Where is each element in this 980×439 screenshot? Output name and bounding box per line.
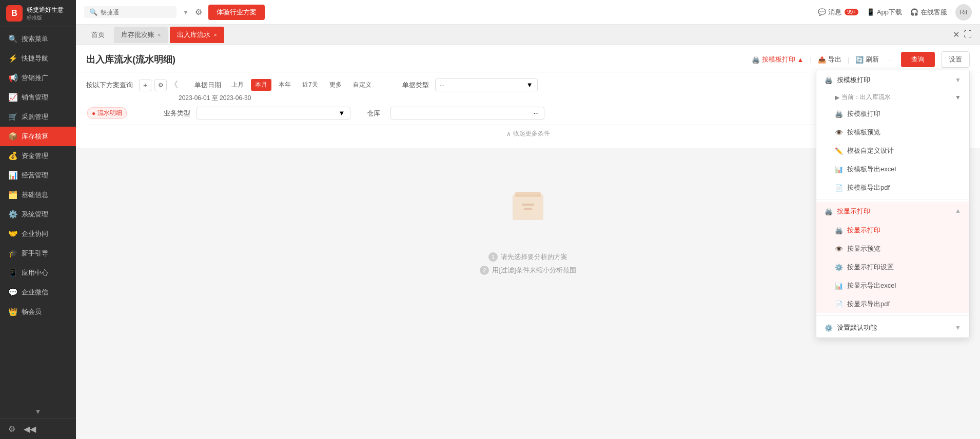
default-func-icon: ⚙️ [825,324,833,332]
voucher-type-select[interactable]: ··· ▼ [435,78,538,91]
printer-display-item-icon: 🖨️ [835,227,843,234]
display-print-settings-item[interactable]: ⚙️ 按显示打印设置 [816,258,969,276]
display-print-header[interactable]: 🖨️ 按显示打印 ▼ [816,202,969,221]
template-print-section: 🖨️ 按模板打印 ▼ ▶ 当前：出入库流水 ▼ 🖨️ 按模板打印 👁️ 按模板预 [816,70,969,197]
tab-batch-ledger[interactable]: 库存批次账 × [114,27,168,43]
sidebar-item-search[interactable]: 🔍 搜索菜单 [0,29,76,49]
topbar-settings-icon[interactable]: ⚙ [195,7,202,17]
default-func-chevron: ▼ [955,324,961,331]
svg-rect-1 [515,192,541,197]
filter-collapse-btn[interactable]: 《 [170,79,178,90]
sidebar-bottom: ⚙ ◀◀ [0,418,76,439]
excel-display-icon: 📊 [835,282,843,290]
default-function-section[interactable]: ⚙️ 设置默认功能 ▼ [816,318,969,337]
cog-icon: ⚙️ [8,210,17,219]
search-input[interactable] [101,9,162,16]
export-btn[interactable]: 📤 导出 [818,55,841,64]
pdf-display-icon: 📄 [835,301,843,308]
chevron-up-icon-collapse: ∧ [506,130,511,137]
warehouse-select[interactable]: ··· [390,107,544,119]
print-dropdown-panel: 🖨️ 按模板打印 ▼ ▶ 当前：出入库流水 ▼ 🖨️ 按模板打印 👁️ 按模板预 [816,70,970,338]
tab-expand-icon[interactable]: ⛶ [964,30,972,39]
refresh-btn[interactable]: 🔄 刷新 [855,55,879,64]
display-section-chevron: ▼ [955,208,961,215]
printer-item-icon: 🖨️ [835,110,843,118]
topbar-search-box[interactable]: 🔍 [84,6,177,18]
query-btn[interactable]: 查询 [901,52,935,67]
svg-point-2 [520,199,536,215]
sidebar-item-app-center[interactable]: 📱 应用中心 [0,263,76,283]
template-print-header[interactable]: 🖨️ 按模板打印 ▼ [816,70,969,90]
display-print-item[interactable]: 🖨️ 按显示打印 [816,221,969,240]
app-download-btn[interactable]: 📱 App下载 [867,8,902,17]
settings-icon[interactable]: ⚙ [8,424,15,434]
display-preview-item[interactable]: 👁️ 按显示预览 [816,240,969,258]
filter-quick-actions: + ⚙ 《 [139,79,178,91]
date-btn-this-month[interactable]: 本月 [251,79,271,91]
dropdown-current-label: ▶ 当前：出入库流水 ▼ [816,90,969,105]
money-icon: 💰 [8,151,17,161]
user-avatar[interactable]: Rit [955,4,972,21]
sidebar-item-sales[interactable]: 📈 销售管理 [0,88,76,107]
page-title: 出入库流水(流水明细) [86,53,175,66]
sidebar-item-wechat[interactable]: 💬 企业微信 [0,283,76,302]
print-template-btn[interactable]: 🖨️ 按模板打印 ▲ [752,55,804,64]
display-export-excel-item[interactable]: 📊 按显示导出excel [816,276,969,295]
tab-close-flow[interactable]: × [213,32,217,38]
dropdown-divider-2 [816,315,969,316]
sidebar-scroll-down[interactable]: ▼ [0,405,76,418]
page-header-actions: 🖨️ 按模板打印 ▲ | 📤 导出 | 🔄 刷新 ··· 查询 设置 [752,51,970,68]
page-header: 出入库流水(流水明细) 🖨️ 按模板打印 ▲ | 📤 导出 | 🔄 刷新 ··· [76,45,980,72]
tip-num-2: 2 [480,266,489,275]
sidebar-navigation: 🔍 搜索菜单 ⚡ 快捷导航 📢 营销推广 📈 销售管理 🛒 采购管理 📦 库存核… [0,27,76,405]
settings-print-icon: ⚙️ [835,264,843,271]
online-service-btn[interactable]: 🎧 在线客服 [910,8,947,17]
date-btn-custom[interactable]: 自定义 [349,79,376,91]
sidebar-item-inventory[interactable]: 📦 库存核算 [0,127,76,146]
filter-cog-btn[interactable]: ⚙ [154,79,167,91]
collapse-icon[interactable]: ◀◀ [24,424,36,434]
sidebar-item-system[interactable]: ⚙️ 系统管理 [0,205,76,224]
page-content: 出入库流水(流水明细) 🖨️ 按模板打印 ▲ | 📤 导出 | 🔄 刷新 ··· [76,45,980,439]
trial-btn[interactable]: 体验行业方案 [208,5,265,20]
chevron-down-icon-business: ▼ [338,109,345,117]
date-range-display: 2023-06-01 至 2023-06-30 [179,94,251,103]
setting-btn[interactable]: 设置 [941,51,970,68]
preview-display-icon: 👁️ [835,245,843,253]
sidebar-item-basic[interactable]: 🗂️ 基础信息 [0,185,76,205]
tab-close-batch-ledger[interactable]: × [158,32,161,38]
sidebar-item-member[interactable]: 👑 畅会员 [0,302,76,322]
default-function-left: ⚙️ 设置默认功能 [825,323,877,332]
tab-home[interactable]: 首页 [84,27,112,43]
date-btn-last-month[interactable]: 上月 [227,79,248,91]
business-type-select[interactable]: ▼ [197,107,350,119]
tab-flow[interactable]: 出入库流水 × [170,27,224,43]
svg-rect-3 [522,204,534,206]
sidebar-item-coop[interactable]: 🤝 企业协同 [0,224,76,244]
messages-btn[interactable]: 💬 消息 99+ [818,8,858,17]
sidebar-item-finance[interactable]: 💰 资金管理 [0,146,76,166]
template-export-pdf-item[interactable]: 📄 按模板导出pdf [816,178,969,197]
excel-icon: 📊 [835,166,843,173]
sidebar-item-marketing[interactable]: 📢 营销推广 [0,68,76,88]
display-export-pdf-item[interactable]: 📄 按显示导出pdf [816,295,969,313]
current-arrow-icon: ▶ [835,94,839,101]
tab-close-all-icon[interactable]: ✕ [953,30,959,39]
mobile-icon: 📱 [8,268,17,277]
search-chevron-icon[interactable]: ▼ [183,9,189,16]
date-btn-7days[interactable]: 近7天 [298,79,322,91]
template-print-item[interactable]: 🖨️ 按模板打印 [816,105,969,123]
template-preview-item[interactable]: 👁️ 按模板预览 [816,123,969,142]
template-custom-item[interactable]: ✏️ 模板自定义设计 [816,142,969,160]
filter-add-btn[interactable]: + [139,79,151,91]
sidebar-item-operation[interactable]: 📊 经营管理 [0,166,76,185]
filter-tag-flow[interactable]: ● 流水明细 [87,107,127,119]
megaphone-icon: 📢 [8,73,17,83]
export-icon: 📤 [818,56,826,64]
template-export-excel-item[interactable]: 📊 按模板导出excel [816,160,969,178]
sidebar-item-guide[interactable]: 🎓 新手引导 [0,244,76,263]
date-btn-this-year[interactable]: 本年 [275,79,295,91]
date-btn-more[interactable]: 更多 [325,79,346,91]
sidebar-item-quick-nav[interactable]: ⚡ 快捷导航 [0,49,76,68]
sidebar-item-purchase[interactable]: 🛒 采购管理 [0,107,76,127]
